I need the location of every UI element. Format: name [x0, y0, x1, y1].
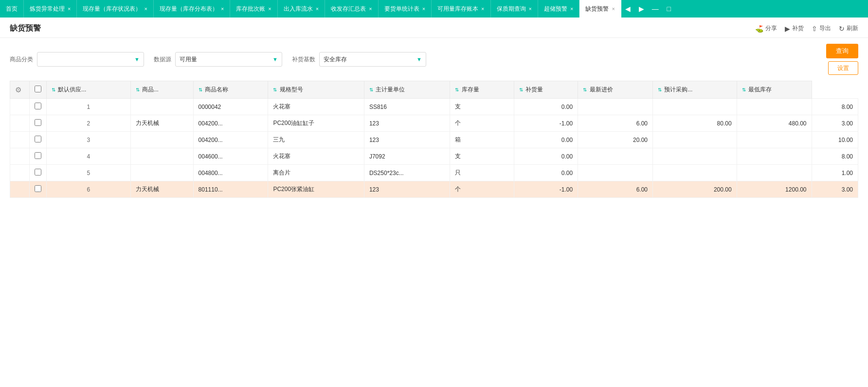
row-gear-cell: [10, 181, 30, 198]
row-checkbox-0[interactable]: [35, 103, 41, 109]
row-num-cell: 5: [47, 165, 131, 181]
sort-est-purchase-icon[interactable]: ⇅: [658, 87, 662, 92]
row-num-cell: 2: [47, 115, 131, 132]
row-checkbox-3[interactable]: [35, 152, 41, 159]
page-header: 缺货预警 ⛳ 分享 ▶ 补货 ⇧ 导出 ↻ 刷新: [0, 18, 868, 38]
gear-settings-icon[interactable]: ⚙: [15, 86, 21, 94]
row-checkbox-4[interactable]: [35, 169, 41, 176]
tab-close-xian-cun-1[interactable]: ×: [144, 6, 147, 12]
sort-replenish-icon[interactable]: ⇅: [519, 87, 523, 92]
row-spec: J7092: [364, 148, 450, 165]
tab-close-ke-yong[interactable]: ×: [481, 6, 484, 12]
tab-ku-cun[interactable]: 库存批次账 ×: [230, 0, 277, 18]
export-btn[interactable]: ⇧ 导出: [812, 24, 831, 33]
window-minimize-btn[interactable]: ―: [649, 0, 662, 18]
category-select[interactable]: ▼: [37, 52, 144, 67]
sort-latest-price-icon[interactable]: ⇅: [583, 87, 587, 92]
sort-unit-icon[interactable]: ⇅: [369, 87, 373, 92]
row-replenish: [578, 165, 653, 181]
sort-stock-icon[interactable]: ⇅: [455, 87, 459, 92]
window-maximize-btn[interactable]: □: [662, 0, 676, 18]
tab-yao-huo[interactable]: 要货单统计表 ×: [379, 0, 432, 18]
row-unit: 个: [450, 115, 514, 132]
tab-xian-cun-1[interactable]: 现存量（库存状况表） ×: [77, 0, 153, 18]
row-code: 004200...: [193, 115, 268, 132]
tab-nav-prev[interactable]: ◀: [621, 0, 635, 18]
row-code: 004200...: [193, 132, 268, 148]
row-replenish: [578, 148, 653, 165]
row-checkbox-cell: [30, 99, 47, 115]
share-btn[interactable]: ⛳ 分享: [755, 24, 777, 33]
row-num-cell: 6: [47, 181, 131, 198]
tab-close-shou-fa[interactable]: ×: [369, 6, 372, 12]
sort-spec-icon[interactable]: ⇅: [273, 87, 277, 92]
settings-button[interactable]: 设置: [828, 61, 858, 75]
th-spec: ⇅ 规格型号: [268, 81, 364, 99]
row-replenish: 6.00: [578, 181, 653, 198]
row-spec: DS250*23c...: [364, 165, 450, 181]
tab-ke-yong[interactable]: 可用量库存账本 ×: [432, 0, 490, 18]
th-code: ⇅ 商品...: [130, 81, 193, 99]
sort-min-stock-icon[interactable]: ⇅: [742, 87, 746, 92]
th-replenish: ⇅ 补货量: [514, 81, 578, 99]
row-num-cell: 1: [47, 99, 131, 115]
replenish-filter-group: 补货基数 安全库存 ▼: [292, 52, 426, 67]
sort-name-icon[interactable]: ⇅: [199, 87, 202, 92]
row-checkbox-5[interactable]: [35, 185, 41, 192]
row-spec: 123: [364, 132, 450, 148]
tab-close-chao-e[interactable]: ×: [570, 6, 573, 12]
tab-close-lian-huo[interactable]: ×: [68, 6, 71, 12]
tab-close-chu-ru[interactable]: ×: [316, 6, 319, 12]
tab-chao-e[interactable]: 超储预警 ×: [538, 0, 579, 18]
query-button[interactable]: 查询: [826, 44, 858, 58]
datasource-select[interactable]: 可用量 ▼: [175, 52, 282, 67]
row-supplier: [130, 148, 193, 165]
tab-close-bao-zhi[interactable]: ×: [529, 6, 532, 12]
tab-close-yao-huo[interactable]: ×: [422, 6, 425, 12]
datasource-filter-group: 数据源 可用量 ▼: [154, 52, 282, 67]
row-gear-cell: [10, 132, 30, 148]
row-checkbox-1[interactable]: [35, 119, 41, 126]
row-supplier: 力天机械: [130, 115, 193, 132]
tab-home[interactable]: 首页: [0, 0, 24, 18]
row-min-stock: 8.00: [812, 99, 858, 115]
tab-shou-fa[interactable]: 收发存汇总表 ×: [325, 0, 378, 18]
row-min-stock: 8.00: [812, 148, 858, 165]
datasource-dropdown-icon: ▼: [272, 56, 278, 62]
row-supplier: [130, 165, 193, 181]
tab-xian-cun-2[interactable]: 现存量（库存分布表） ×: [154, 0, 230, 18]
tab-chu-ru[interactable]: 出入库流水 ×: [278, 0, 325, 18]
select-all-checkbox[interactable]: [35, 86, 41, 92]
tab-bao-zhi[interactable]: 保质期查询 ×: [491, 0, 538, 18]
th-min-stock: ⇅ 最低库存: [737, 81, 812, 99]
row-name: PC200油缸缸子: [268, 115, 364, 132]
row-checkbox-cell: [30, 165, 47, 181]
row-latest-price: 80.00: [653, 115, 737, 132]
row-checkbox-cell: [30, 132, 47, 148]
row-name: PC200张紧油缸: [268, 181, 364, 198]
tab-close-ku-cun[interactable]: ×: [268, 6, 271, 12]
row-code: 004800...: [193, 165, 268, 181]
row-replenish: 20.00: [578, 132, 653, 148]
row-est-purchase: [737, 132, 812, 148]
row-stock: 0.00: [514, 99, 578, 115]
tab-que-huo[interactable]: 缺货预警 ×: [579, 0, 621, 18]
row-checkbox-cell: [30, 115, 47, 132]
sort-code-icon[interactable]: ⇅: [136, 87, 140, 92]
tab-close-xian-cun-2[interactable]: ×: [221, 6, 224, 12]
row-stock: 0.00: [514, 148, 578, 165]
tab-close-que-huo[interactable]: ×: [612, 6, 615, 12]
row-checkbox-2[interactable]: [35, 136, 41, 142]
row-min-stock: 1.00: [812, 165, 858, 181]
th-stock: ⇅ 库存量: [450, 81, 514, 99]
tab-lian-huo[interactable]: 炼货异常处理 ×: [24, 0, 77, 18]
tab-nav-next[interactable]: ▶: [635, 0, 649, 18]
datasource-select-value: 可用量: [180, 55, 197, 64]
refresh-btn[interactable]: ↻ 刷新: [839, 24, 858, 33]
row-code: 004600...: [193, 148, 268, 165]
row-min-stock: 10.00: [812, 132, 858, 148]
sort-supplier-icon[interactable]: ⇅: [52, 87, 55, 92]
replenish-btn[interactable]: ▶ 补货: [785, 24, 804, 33]
table-body: 1 0000042 火花塞 SS816 支 0.00 8.00 2 力天机械 0…: [10, 99, 858, 198]
replenish-select[interactable]: 安全库存 ▼: [319, 52, 426, 67]
